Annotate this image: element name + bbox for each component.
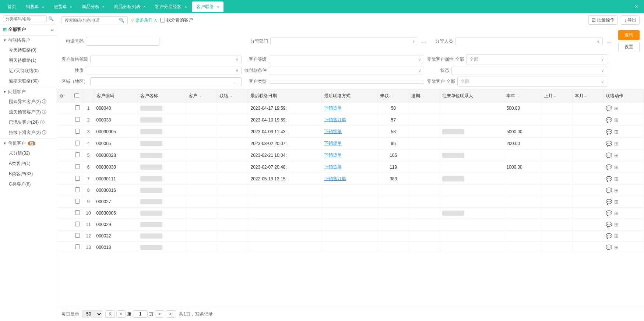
nav-sales[interactable]: 销售单 × (21, 1, 49, 12)
grid-action-icon[interactable]: ⊞ (614, 176, 619, 182)
cust-type-select[interactable] (269, 80, 425, 84)
row-checkbox[interactable] (75, 117, 80, 122)
first-page-button[interactable]: K (105, 310, 115, 318)
nav-customer-seg-close[interactable]: × (184, 5, 187, 9)
prev-page-button[interactable]: < (116, 310, 126, 318)
grid-action-icon[interactable]: ⊞ (614, 141, 619, 147)
grid-action-icon[interactable]: ⊞ (614, 117, 619, 123)
sidebar-item-b-class[interactable]: B类客户(33) (3, 169, 57, 179)
contact-method-link[interactable]: 下销售订单 (324, 176, 346, 181)
contact-method-link[interactable]: 下销货单 (324, 129, 342, 134)
nav-home[interactable]: 首页 (3, 1, 21, 12)
row-checkbox[interactable] (75, 164, 80, 169)
sidebar-item-a-class[interactable]: A类客户(1) (3, 158, 57, 169)
cust-level-select[interactable]: ∨ (269, 56, 425, 63)
grid-action-icon[interactable]: ⊞ (614, 199, 619, 205)
call-icon[interactable]: 💬 (606, 187, 612, 193)
region-more-icon[interactable]: … (231, 79, 238, 84)
row-checkbox[interactable] (75, 152, 80, 157)
row-checkbox[interactable] (75, 199, 80, 204)
sidebar-item-hoarding[interactable]: 囤购异常客户(2) ⓘ (3, 96, 57, 107)
my-customers-check[interactable] (160, 18, 165, 22)
section-pending-contact[interactable]: ▼ 待联络客户 (0, 35, 57, 45)
call-icon[interactable]: 💬 (606, 141, 612, 147)
nav-product-list[interactable]: 商品分析列表 × (110, 1, 150, 12)
last-page-button[interactable]: >| (166, 310, 176, 318)
contact-method-link[interactable]: 下销货单 (324, 164, 342, 169)
nav-purchase-close[interactable]: × (70, 5, 72, 9)
col-contact[interactable]: 联络... (217, 90, 248, 102)
grid-action-icon[interactable]: ⊞ (614, 233, 619, 239)
export-button[interactable]: ↓ 导出 (621, 15, 640, 25)
col-unit-contact[interactable]: 往来单位联系人 (440, 90, 504, 102)
sidebar-collapse-icon[interactable]: « (51, 27, 54, 33)
col-not-contacted[interactable]: 未联... (378, 90, 409, 102)
manager-select[interactable]: ∨ (455, 38, 603, 45)
call-icon[interactable]: 💬 (606, 164, 612, 170)
nav-product-analysis-close[interactable]: × (102, 5, 105, 9)
row-checkbox[interactable] (75, 129, 80, 134)
call-icon[interactable]: 💬 (606, 152, 612, 158)
page-number-input[interactable] (133, 310, 148, 318)
row-checkbox[interactable] (75, 210, 80, 215)
col-this-month[interactable]: 本月... (573, 90, 603, 102)
col-code[interactable]: 客户编码 (94, 90, 138, 102)
row-checkbox[interactable] (75, 244, 80, 249)
sparse-select[interactable]: 全部 ∨ (457, 77, 607, 87)
call-icon[interactable]: 💬 (606, 105, 612, 111)
sidebar-search-input[interactable] (3, 15, 47, 22)
settings-icon[interactable]: ⚙ (59, 94, 63, 99)
contact-method-link[interactable]: 下销售订单 (324, 117, 346, 122)
call-icon[interactable]: 💬 (606, 176, 612, 182)
sidebar-item-churn-warning[interactable]: 流失预警客户(3) ⓘ (3, 107, 57, 117)
grid-action-icon[interactable]: ⊞ (614, 222, 619, 227)
row-checkbox[interactable] (75, 105, 80, 110)
nature-select[interactable]: ∨ (86, 67, 242, 74)
contact-method-link[interactable]: 下销货单 (324, 152, 342, 158)
sidebar-item-today[interactable]: 今天待联络(0) (3, 45, 57, 55)
row-checkbox[interactable] (75, 233, 80, 238)
call-icon[interactable]: 💬 (606, 222, 612, 227)
nav-customer-seg[interactable]: 客户分层经客 × (151, 1, 191, 12)
call-icon[interactable]: 💬 (606, 233, 612, 239)
call-icon[interactable]: 💬 (606, 210, 612, 216)
grid-action-icon[interactable]: ⊞ (614, 187, 619, 193)
select-all-checkbox[interactable] (74, 93, 79, 98)
call-icon[interactable]: 💬 (606, 244, 612, 250)
col-settings[interactable]: ⚙ (57, 90, 72, 102)
main-search-icon[interactable]: 🔍 (119, 18, 124, 23)
payment-select[interactable]: ∨ (269, 67, 425, 74)
manager-more-icon[interactable]: … (605, 39, 612, 44)
nav-customer-contact[interactable]: 客户联络 × (192, 1, 224, 12)
row-checkbox[interactable] (75, 176, 80, 181)
sidebar-item-7days[interactable]: 近7天待联络(0) (3, 66, 57, 76)
next-page-button[interactable]: > (155, 310, 164, 318)
grid-action-icon[interactable]: ⊞ (614, 152, 619, 158)
grid-action-icon[interactable]: ⊞ (614, 105, 619, 111)
sidebar-item-ungrouped[interactable]: 未分组(32) (3, 148, 57, 158)
call-icon[interactable]: 💬 (606, 129, 612, 135)
sidebar-item-c-class[interactable]: C类客户(6) (3, 179, 57, 189)
reset-button[interactable]: 设置 (618, 42, 640, 52)
status-select[interactable]: ∨ (451, 67, 607, 74)
section-value-customers[interactable]: ▼ 价值客户 🔄 (0, 138, 57, 148)
my-customers-checkbox[interactable]: 我分管的客户 (160, 17, 193, 23)
col-overdue[interactable]: 逾期... (409, 90, 440, 102)
sparse-attr-select[interactable]: 全部 ∨ (466, 54, 607, 64)
dept-select[interactable]: ∨ (270, 38, 418, 45)
col-last-contact-method[interactable]: 最后联络方式 (321, 90, 378, 102)
sidebar-search-icon[interactable]: 🔍 (48, 16, 54, 21)
nav-product-analysis[interactable]: 商品分析 × (77, 1, 109, 12)
price-level-select[interactable]: ∨ (90, 56, 242, 63)
call-icon[interactable]: 💬 (606, 199, 612, 205)
sidebar-item-churned[interactable]: 已流失客户(24) ⓘ (3, 117, 57, 127)
batch-operations-button[interactable]: ☑ 批量操作 (588, 15, 618, 25)
col-last-contact-date[interactable]: 最后联络日期 (248, 90, 321, 102)
nav-customer-contact-close[interactable]: × (217, 5, 219, 9)
phone-input[interactable] (86, 37, 159, 46)
grid-action-icon[interactable]: ⊞ (614, 164, 619, 170)
contact-method-link[interactable]: 下销货单 (324, 141, 342, 146)
sidebar-all-customers[interactable]: ⊞ 全部客户 « (0, 25, 57, 35)
call-icon[interactable]: 💬 (606, 117, 612, 123)
col-last-month[interactable]: 上月... (541, 90, 572, 102)
